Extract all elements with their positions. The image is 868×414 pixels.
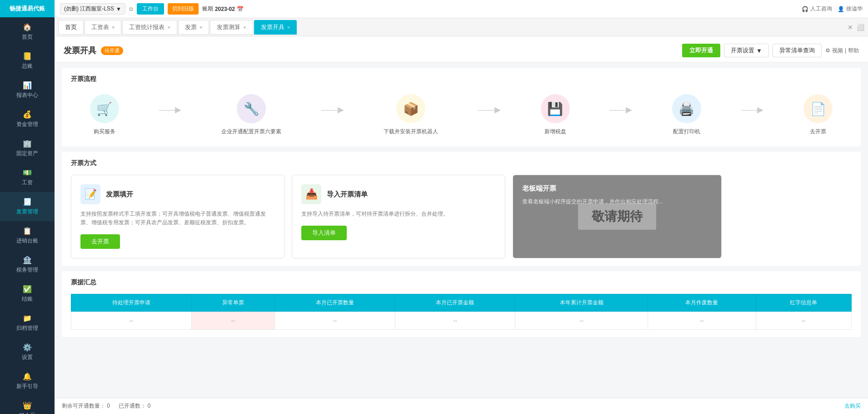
tab-invoice-list[interactable]: 发票 ×	[178, 20, 209, 35]
workbench-button[interactable]: 工作台	[137, 3, 164, 15]
enterprise-label: 企业开通配置开票六要素	[221, 128, 281, 136]
tab-salary-report[interactable]: 工资统计报表 ×	[122, 20, 177, 35]
remaining-value: 0	[107, 403, 110, 409]
abnormal-query-button[interactable]: 异常清单查询	[773, 44, 822, 57]
sidebar-item-guide[interactable]: 🔔 新手引导	[0, 367, 55, 396]
company-label: (勿删) 江西服室-LSS	[64, 5, 114, 13]
method-manual-desc: 支持按照发票样式手工填开发票；可开具增值税电子普通发票、增值税普通发票、增值税专…	[80, 210, 275, 227]
close-tab-button[interactable]: ✕	[848, 24, 853, 31]
sidebar-item-guide-label: 新手引导	[16, 383, 38, 390]
method-cards: 📝 发票填开 支持按照发票样式手工填开发票；可开具增值税电子普通发票、增值税普通…	[71, 175, 852, 258]
old-platform-overlay-text: 敬请期待	[578, 203, 656, 230]
tab-home[interactable]: 首页	[58, 20, 84, 35]
settlement-icon: ✅	[23, 285, 32, 293]
import-list-button[interactable]: 导入清单	[301, 226, 347, 240]
calendar-icon[interactable]: 📅	[237, 6, 244, 12]
headset-icon: 🎧	[802, 6, 808, 12]
arrow-5: ——▶	[741, 105, 763, 126]
sidebar-item-funds[interactable]: 💰 资金管理	[0, 105, 55, 134]
help-label: 帮助	[848, 47, 859, 55]
tax-icon: 🏦	[23, 256, 32, 264]
flow-step-printer: 🖨️ 配置打印机	[672, 94, 701, 136]
tab-invoice-tool-close[interactable]: ×	[287, 25, 290, 30]
ledger-icon: 📒	[23, 52, 32, 61]
sidebar-item-invoice[interactable]: 🧾 发票管理	[0, 192, 55, 221]
sidebar-item-settlement-label: 结账	[22, 295, 33, 303]
company-dropdown-icon: ▼	[116, 6, 121, 12]
sidebar-item-salary-label: 工资	[22, 179, 33, 187]
sidebar-item-ledger[interactable]: 📒 总账	[0, 46, 55, 76]
sidebar-item-purchase[interactable]: 📋 进销台账	[0, 221, 55, 250]
period-switch-button[interactable]: 切到旧版	[168, 3, 199, 15]
flow-steps: 🛒 购买服务 ——▶ 🔧 企业开通配置开票六要素 ——▶ 📦 下载并安装开票机器…	[71, 91, 852, 139]
cell-void-count: --	[648, 312, 756, 330]
sidebar-item-settlement[interactable]: ✅ 结账	[0, 279, 55, 308]
guide-icon: 🔔	[23, 372, 32, 381]
settings-dropdown-icon: ▼	[756, 47, 762, 54]
tab-salary-table-close[interactable]: ×	[112, 25, 115, 30]
buy-link[interactable]: 去购买	[844, 402, 861, 410]
flow-step-invoice-go: 📄 去开票	[803, 94, 833, 136]
user-name: 徐溢华	[846, 5, 863, 13]
sidebar-item-tax[interactable]: 🏦 税务管理	[0, 250, 55, 279]
flow-step-enterprise: 🔧 企业开通配置开票六要素	[221, 94, 281, 136]
topbar-left: (勿删) 江西服室-LSS ▼ ⧉ 工作台 切到旧版 账期 2023-02 📅	[60, 3, 244, 15]
company-selector[interactable]: (勿删) 江西服室-LSS ▼	[60, 3, 125, 15]
method-import-title: 导入开票清单	[327, 190, 368, 199]
page-header: 发票开具 待开通 立即开通 开票设置 ▼ 异常清单查询 ⚙ 视频 | 帮助	[55, 36, 868, 62]
sidebar-item-salary[interactable]: 💵 工资	[0, 163, 55, 192]
vip-icon: 👑	[23, 401, 32, 410]
tab-salary-table[interactable]: 工资表 ×	[85, 20, 121, 35]
method-card-import-header: 📥 导入开票清单	[301, 184, 496, 204]
sidebar-item-vip-label: 畅会员	[19, 412, 35, 414]
taxdisk-label: 新增税盘	[544, 128, 566, 136]
copy-icon[interactable]: ⧉	[129, 6, 133, 12]
page-title-area: 发票开具 待开通	[64, 45, 123, 56]
opened-label: 已开通数：	[119, 403, 146, 409]
open-settings-button[interactable]: 开票设置 ▼	[724, 44, 769, 57]
tab-salary-report-close[interactable]: ×	[167, 25, 170, 30]
sidebar-item-vip[interactable]: 👑 畅会员	[0, 396, 55, 414]
tab-invoice-list-close[interactable]: ×	[200, 25, 202, 30]
summary-row: -- -- -- -- -- -- --	[71, 312, 852, 330]
sidebar-item-purchase-label: 进销台账	[16, 237, 38, 245]
taxdisk-icon: 💾	[541, 94, 570, 123]
download-icon: 📦	[396, 94, 425, 123]
assets-icon: 🏢	[23, 139, 32, 148]
sidebar-item-home[interactable]: 🏠 首页	[0, 17, 55, 46]
tab-invoice-calc-label: 发票测算	[217, 23, 240, 31]
arrow-3: ——▶	[478, 105, 501, 126]
open-now-button[interactable]: 立即开通	[682, 44, 720, 57]
arrow-2: ——▶	[321, 105, 344, 126]
sidebar-item-reports-label: 报表中心	[16, 91, 38, 99]
user-profile[interactable]: 👤 徐溢华	[838, 5, 863, 13]
summary-section: 票据汇总 待处理开票申请 异常单票 本月已开票数量 本月已开票金额 本年累计开票…	[62, 271, 861, 337]
col-void-count: 本月作废数量	[648, 294, 756, 312]
sidebar-item-reports[interactable]: 📊 报表中心	[0, 76, 55, 105]
invoice-method-section: 开票方式 📝 发票填开 支持按照发票样式手工填开发票；可开具增值税电子普通发票、…	[62, 152, 861, 266]
tab-salary-report-label: 工资统计报表	[129, 23, 165, 31]
method-manual-icon: 📝	[80, 184, 100, 204]
tab-invoice-tool[interactable]: 发票开具 ×	[254, 20, 297, 35]
page-content: 发票开具 待开通 立即开通 开票设置 ▼ 异常清单查询 ⚙ 视频 | 帮助	[55, 36, 868, 398]
go-invoice-button[interactable]: 去开票	[80, 234, 120, 249]
reports-icon: 📊	[23, 81, 32, 90]
app-logo: 畅捷通易代账	[0, 0, 55, 17]
sidebar-item-assets[interactable]: 🏢 固定资产	[0, 134, 55, 163]
cell-month-amount: --	[395, 312, 515, 330]
col-month-count: 本月已开票数量	[274, 294, 395, 312]
view-help-button[interactable]: ⚙ 视频 | 帮助	[825, 47, 859, 55]
tab-invoice-calc[interactable]: 发票测算 ×	[210, 20, 253, 35]
method-import-icon: 📥	[301, 184, 321, 204]
cell-month-count: --	[274, 312, 395, 330]
topbar-right: 🎧 人工咨询 👤 徐溢华	[802, 5, 863, 13]
invoice-go-icon: 📄	[803, 94, 833, 123]
old-platform-card: 老板端开票 查看老板端小程序提交的开票申请，并作出相应处理流程... 敬请期待	[513, 175, 722, 258]
tab-invoice-calc-close[interactable]: ×	[243, 25, 246, 30]
page-header-actions: 立即开通 开票设置 ▼ 异常清单查询 ⚙ 视频 | 帮助	[682, 44, 859, 57]
restore-tab-button[interactable]: ⬜	[857, 24, 864, 31]
cell-pending: --	[71, 312, 192, 330]
sidebar-item-archive[interactable]: 📁 归档管理	[0, 308, 55, 338]
sidebar-item-settings[interactable]: ⚙️ 设置	[0, 338, 55, 367]
service-button[interactable]: 🎧 人工咨询	[802, 5, 832, 13]
